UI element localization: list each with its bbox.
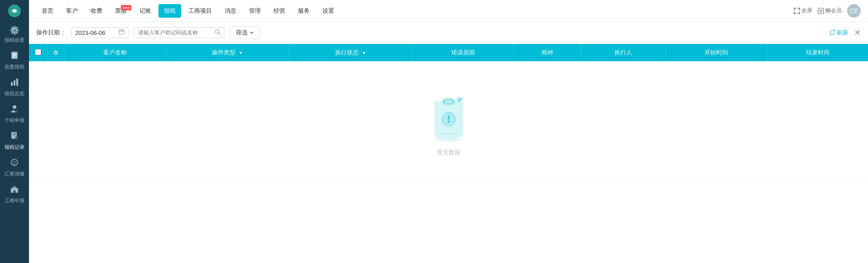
svg-text:记: 记 bbox=[15, 136, 18, 139]
close-button[interactable]: ✕ bbox=[854, 28, 861, 38]
sidebar-item-annual-report[interactable]: 工商年报 bbox=[0, 181, 29, 208]
settlement-icon: 汇 bbox=[10, 158, 19, 169]
filter-button[interactable]: 筛选 bbox=[230, 26, 260, 39]
search-input[interactable] bbox=[138, 29, 215, 36]
svg-text:汇: 汇 bbox=[13, 161, 17, 165]
toolbar: 操作日期： bbox=[29, 22, 868, 44]
sidebar-item-batch-tax[interactable]: 批量报税 bbox=[0, 47, 29, 74]
sidebar-item-label: 报税总览 bbox=[5, 90, 24, 97]
sidebar: ⚙️ 报税设置 批量报税 报税总览 bbox=[0, 0, 29, 263]
user-avatar[interactable]: CE bbox=[847, 4, 861, 18]
col-end-time: 结束时间 bbox=[767, 44, 868, 61]
fullscreen-icon bbox=[794, 8, 800, 14]
records-table: ⚙ 客户名称 操作类型 ▼ 执行状态 ▼ bbox=[29, 44, 868, 180]
svg-rect-5 bbox=[11, 82, 13, 86]
col-client-name: 客户名称 bbox=[64, 44, 166, 61]
empty-illustration bbox=[426, 93, 471, 143]
svg-point-38 bbox=[436, 137, 461, 141]
topnav-right: 全屏 畅会员 CE bbox=[794, 4, 861, 18]
nav-invoice[interactable]: 票据 new bbox=[110, 4, 132, 18]
empty-state-cell: 暂无数据 bbox=[29, 61, 868, 180]
sidebar-item-tax-records[interactable]: 记 报税记录 bbox=[0, 127, 29, 154]
date-label: 操作日期： bbox=[36, 29, 66, 37]
refresh-icon bbox=[829, 29, 835, 36]
svg-point-33 bbox=[447, 121, 450, 123]
nav-settings[interactable]: 设置 bbox=[317, 4, 340, 18]
svg-rect-29 bbox=[445, 100, 452, 103]
svg-text:个: 个 bbox=[15, 110, 18, 112]
svg-rect-32 bbox=[448, 115, 450, 120]
nav-message[interactable]: 消息 bbox=[219, 4, 242, 18]
nav-business[interactable]: 工商项目 bbox=[183, 4, 217, 18]
calendar-icon bbox=[119, 29, 125, 36]
col-error-reason: 错误原因 bbox=[412, 44, 514, 61]
date-picker[interactable] bbox=[71, 27, 129, 38]
member-icon bbox=[818, 8, 824, 14]
member-label: 畅会员 bbox=[825, 7, 842, 15]
svg-rect-20 bbox=[119, 30, 124, 34]
col-checkbox bbox=[29, 44, 47, 61]
nav-accounts[interactable]: 记账 bbox=[134, 4, 157, 18]
nav-customer[interactable]: 客户 bbox=[61, 4, 83, 18]
svg-rect-18 bbox=[14, 190, 15, 193]
new-badge: new bbox=[121, 5, 131, 11]
refresh-button[interactable]: 刷新 bbox=[829, 29, 849, 37]
nav-service[interactable]: 服务 bbox=[293, 4, 315, 18]
fullscreen-button[interactable]: 全屏 bbox=[794, 7, 812, 15]
member-button[interactable]: 畅会员 bbox=[818, 7, 842, 15]
refresh-label: 刷新 bbox=[837, 29, 849, 37]
empty-state: 暂无数据 bbox=[34, 66, 863, 175]
nav-billing[interactable]: 收费 bbox=[85, 4, 108, 18]
annual-report-icon bbox=[10, 185, 19, 196]
svg-line-25 bbox=[219, 33, 221, 35]
svg-rect-17 bbox=[13, 186, 16, 189]
tax-overview-icon bbox=[10, 78, 19, 89]
tax-settings-icon: ⚙️ bbox=[10, 25, 19, 35]
sidebar-item-label: 工商年报 bbox=[5, 197, 24, 204]
date-input[interactable] bbox=[75, 29, 116, 36]
nav-tax[interactable]: 报税 bbox=[158, 4, 181, 18]
table-container: ⚙ 客户名称 操作类型 ▼ 执行状态 ▼ bbox=[29, 44, 868, 263]
empty-text: 暂无数据 bbox=[437, 148, 460, 156]
svg-rect-6 bbox=[14, 80, 15, 86]
tax-records-icon: 记 bbox=[10, 131, 19, 142]
exec-status-filter-icon[interactable]: ▼ bbox=[362, 50, 366, 55]
sidebar-item-label: 报税设置 bbox=[5, 37, 24, 44]
svg-rect-7 bbox=[16, 78, 18, 86]
sidebar-item-label: 批量报税 bbox=[5, 63, 24, 70]
search-icon[interactable] bbox=[215, 29, 221, 36]
personal-tax-icon: 个 bbox=[10, 104, 19, 116]
col-op-type: 操作类型 ▼ bbox=[166, 44, 289, 61]
col-gear: ⚙ bbox=[47, 44, 64, 61]
sidebar-item-settlement[interactable]: 汇 汇算清缴 bbox=[0, 154, 29, 181]
search-box[interactable] bbox=[134, 27, 225, 38]
filter-label: 筛选 bbox=[236, 29, 248, 37]
main-area: 首页 客户 收费 票据 new 记账 报税 工商项目 消息 管理 经营 服务 设… bbox=[29, 0, 868, 263]
sidebar-item-tax-overview[interactable]: 报税总览 bbox=[0, 74, 29, 101]
chevron-down-icon bbox=[249, 30, 254, 35]
app-logo bbox=[0, 0, 29, 22]
nav-home[interactable]: 首页 bbox=[36, 4, 59, 18]
batch-tax-icon bbox=[10, 51, 19, 62]
nav-items: 首页 客户 收费 票据 new 记账 报税 工商项目 消息 管理 经营 服务 设… bbox=[36, 4, 794, 18]
fullscreen-label: 全屏 bbox=[801, 7, 812, 15]
svg-rect-35 bbox=[456, 97, 461, 102]
top-navigation: 首页 客户 收费 票据 new 记账 报税 工商项目 消息 管理 经营 服务 设… bbox=[29, 0, 868, 22]
col-start-time: 开始时间 bbox=[666, 44, 767, 61]
col-exec-status: 执行状态 ▼ bbox=[289, 44, 412, 61]
sidebar-item-personal-tax[interactable]: 个 个税申报 bbox=[0, 101, 29, 127]
sidebar-item-label: 个税申报 bbox=[5, 117, 24, 124]
empty-state-row: 暂无数据 bbox=[29, 61, 868, 180]
col-executor: 执行人 bbox=[581, 44, 666, 61]
nav-finance[interactable]: 经营 bbox=[268, 4, 291, 18]
op-type-filter-icon[interactable]: ▼ bbox=[239, 50, 243, 55]
column-settings-icon[interactable]: ⚙ bbox=[53, 49, 59, 56]
select-all-checkbox[interactable] bbox=[35, 49, 41, 55]
sidebar-item-label: 汇算清缴 bbox=[5, 170, 24, 177]
sidebar-item-tax-settings[interactable]: ⚙️ 报税设置 bbox=[0, 22, 29, 47]
svg-point-8 bbox=[13, 105, 16, 109]
nav-manage[interactable]: 管理 bbox=[244, 4, 266, 18]
content-area: 操作日期： bbox=[29, 22, 868, 263]
sidebar-item-label: 报税记录 bbox=[5, 144, 24, 151]
col-tax-type: 税种 bbox=[514, 44, 581, 61]
